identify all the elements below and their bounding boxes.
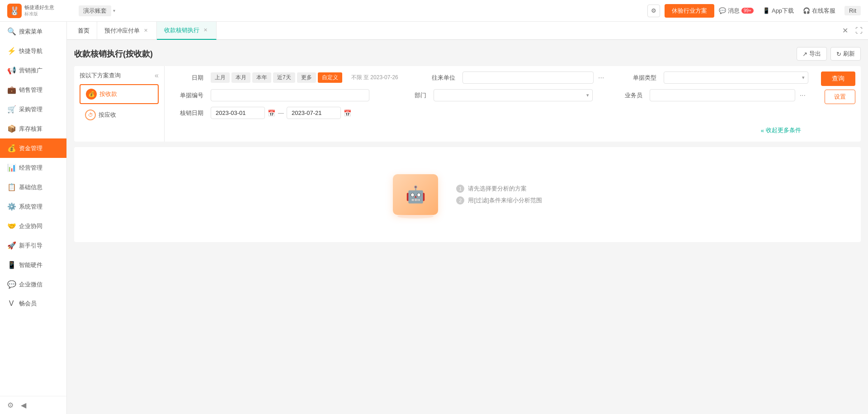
sidebar-item-6[interactable]: 💰资金管理 <box>0 138 66 158</box>
salesperson-more-icon[interactable]: ··· <box>797 90 808 100</box>
filter-section-title: 按以下方案查询 <box>80 71 121 80</box>
sidebar-icon-3: 💼 <box>7 86 15 94</box>
counterparty-more-icon[interactable]: ··· <box>595 73 607 83</box>
salesperson-input[interactable] <box>650 89 795 101</box>
sidebar-item-11[interactable]: 🚀新手引导 <box>0 236 66 255</box>
sidebar-label-7: 经营管理 <box>19 164 42 172</box>
sidebar-label-3: 销售管理 <box>19 86 42 94</box>
mode-receipt-icon: 💰 <box>86 89 97 100</box>
user-avatar[interactable]: Rit <box>844 6 861 15</box>
mode-by-receivable[interactable]: ⏱ 按应收 <box>80 106 159 124</box>
page-header: 收款核销执行(按收款) ↗ 导出 ↻ 刷新 <box>74 47 861 61</box>
date-btn-this-month[interactable]: 本月 <box>231 72 250 83</box>
date-btn-custom[interactable]: 自定义 <box>318 72 342 83</box>
date-btn-this-year[interactable]: 本年 <box>252 72 271 83</box>
dept-select[interactable] <box>434 89 592 101</box>
tab-2[interactable]: 收款核销执行✕ <box>157 22 217 40</box>
sidebar-icon-11: 🚀 <box>7 241 15 250</box>
settings-bottom-icon[interactable]: ⚙ <box>7 401 14 409</box>
sidebar-item-7[interactable]: 📊经营管理 <box>0 158 66 177</box>
app-name: 畅捷通好生意 <box>24 4 54 10</box>
dept-label: 部门 <box>395 91 426 100</box>
tab-close-1[interactable]: ✕ <box>142 27 149 34</box>
query-button[interactable]: 查询 <box>821 71 855 86</box>
sidebar-icon-13: 💬 <box>7 280 15 289</box>
dept-field: ▾ <box>434 89 592 101</box>
sidebar-label-12: 智能硬件 <box>19 261 42 269</box>
page-title: 收款核销执行(按收款) <box>74 48 153 59</box>
sidebar-item-9[interactable]: ⚙️系统管理 <box>0 197 66 216</box>
tab-bar-right: ✕ ⛶ <box>840 24 864 37</box>
counterparty-input[interactable] <box>462 71 594 84</box>
industry-button[interactable]: 休验行业方案 <box>665 4 714 18</box>
export-icon: ↗ <box>802 51 807 57</box>
sidebar-item-3[interactable]: 💼销售管理 <box>0 80 66 100</box>
account-area: 演示账套 ▾ <box>79 5 643 16</box>
chevron-down-icon[interactable]: ▾ <box>113 8 115 13</box>
collapse-sidebar-icon[interactable]: ◀︎ <box>21 401 26 409</box>
sidebar-icon-9: ⚙️ <box>7 202 15 211</box>
export-button[interactable]: ↗ 导出 <box>797 47 827 61</box>
sidebar-item-2[interactable]: 📢营销推广 <box>0 61 66 80</box>
date-btn-last-month[interactable]: 上月 <box>211 72 230 83</box>
filter-left: 按以下方案查询 « 💰 按收款 ⏱ 按应收 <box>74 66 165 142</box>
sidebar-icon-4: 🛒 <box>7 105 15 114</box>
sidebar-icon-5: 📦 <box>7 124 15 133</box>
tab-1[interactable]: 预付冲应付单✕ <box>97 22 157 40</box>
sidebar-item-8[interactable]: 📋基础信息 <box>0 177 66 197</box>
tab-close-2[interactable]: ✕ <box>202 27 209 33</box>
tab-0[interactable]: 首页 <box>71 22 97 40</box>
sidebar-item-10[interactable]: 🤝企业协同 <box>0 216 66 236</box>
sidebar-label-0: 搜索菜单 <box>19 28 42 36</box>
salesperson-label: 业务员 <box>611 91 642 100</box>
top-bar-right: 💬 消息 99+ 📱 App下载 🎧 在线客服 Rit <box>719 6 861 15</box>
tip-num-2: 2 <box>456 196 464 205</box>
main-layout: 🔍搜索菜单⚡快捷导航📢营销推广💼销售管理🛒采购管理📦库存核算💰资金管理📊经营管理… <box>0 22 868 414</box>
sidebar-item-13[interactable]: 💬企业微信 <box>0 275 66 294</box>
collapse-left-icon[interactable]: « <box>155 71 159 80</box>
sidebar-item-0[interactable]: 🔍搜索菜单 <box>0 22 66 41</box>
sidebar-item-5[interactable]: 📦库存核算 <box>0 119 66 138</box>
query-actions: 查询 设置 <box>816 66 861 142</box>
sidebar: 🔍搜索菜单⚡快捷导航📢营销推广💼销售管理🛒采购管理📦库存核算💰资金管理📊经营管理… <box>0 22 67 414</box>
tip-text-2: 用[过滤]条件来缩小分析范围 <box>468 195 542 206</box>
sidebar-item-4[interactable]: 🛒采购管理 <box>0 100 66 119</box>
collapse-more-button[interactable]: « 收起更多条件 <box>761 126 801 134</box>
empty-state-inner: 🤖 1 请先选择要分析的方案 2 用[过滤]条件来缩小分析范围 <box>393 174 542 215</box>
mode-by-receipt[interactable]: 💰 按收款 <box>80 84 159 104</box>
settings-button[interactable]: 设置 <box>825 90 855 104</box>
sidebar-icon-14: V <box>7 300 15 308</box>
calendar-start-icon[interactable]: 📅 <box>268 109 275 117</box>
filter-panel: 按以下方案查询 « 💰 按收款 ⏱ 按应收 <box>74 66 861 142</box>
close-tab-icon[interactable]: ✕ <box>840 24 850 37</box>
calendar-end-icon[interactable]: 📅 <box>344 109 351 117</box>
counterparty-field: ··· <box>462 71 607 84</box>
sidebar-icon-12: 📱 <box>7 261 15 269</box>
date-btn-more[interactable]: 更多 <box>297 72 316 83</box>
sidebar-label-8: 基础信息 <box>19 183 42 191</box>
sidebar-item-14[interactable]: V畅会员 <box>0 294 66 313</box>
tab-label-0: 首页 <box>78 27 90 35</box>
verify-date-start-input[interactable] <box>211 107 265 119</box>
doc-type-field: ▾ <box>664 71 808 84</box>
filter-row-3: 核销日期 📅 — 📅 <box>172 107 808 119</box>
online-service-action[interactable]: 🎧 在线客服 <box>803 7 835 15</box>
settings-icon[interactable]: ⚙ <box>647 5 660 17</box>
sidebar-item-12[interactable]: 📱智能硬件 <box>0 255 66 275</box>
message-action[interactable]: 💬 消息 99+ <box>719 7 754 15</box>
sidebar-label-13: 企业微信 <box>19 281 42 289</box>
counterparty-label: 往来单位 <box>424 74 455 82</box>
verify-date-end-input[interactable] <box>287 107 341 119</box>
refresh-button[interactable]: ↻ 刷新 <box>830 47 861 61</box>
expand-icon[interactable]: ⛶ <box>854 25 864 37</box>
doc-num-input[interactable] <box>211 89 369 101</box>
date-btn-7days[interactable]: 近7天 <box>273 72 295 83</box>
sidebar-label-9: 系统管理 <box>19 203 42 211</box>
sidebar-item-1[interactable]: ⚡快捷导航 <box>0 41 66 61</box>
app-download-action[interactable]: 📱 App下载 <box>763 7 794 15</box>
account-name[interactable]: 演示账套 <box>79 5 111 16</box>
doc-type-select[interactable] <box>664 71 808 84</box>
collapse-more-icon: « <box>761 127 764 134</box>
empty-tips: 1 请先选择要分析的方案 2 用[过滤]条件来缩小分析范围 <box>456 183 542 206</box>
tab-label-2: 收款核销执行 <box>164 26 199 34</box>
